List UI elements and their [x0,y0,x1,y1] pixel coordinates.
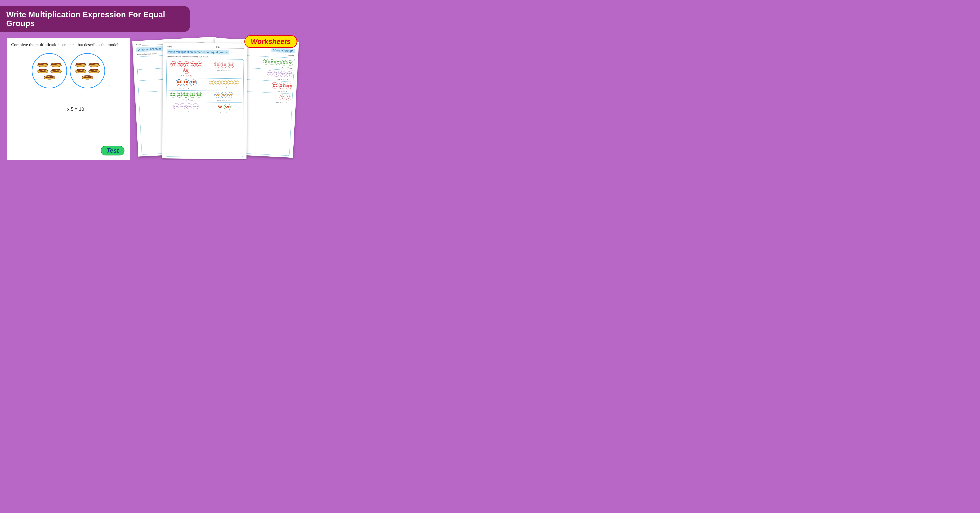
worksheets-button[interactable]: Worksheets [244,35,297,48]
hotdog-icon [50,68,62,73]
hotdog-icon [43,74,56,80]
sheet-equation: 5 x 2 = 10 [168,74,204,77]
answer-input[interactable] [53,106,65,112]
worksheet-area: Worksheets Name Write multiplication Wri… [135,38,299,160]
sheet-equation: x = [263,65,293,69]
content-area: Complete the multiplication sentence tha… [0,38,306,160]
hotdog-icon [88,68,100,73]
hotdog-icon [75,68,87,73]
sheet-equation: x = [167,98,204,101]
hotdog-icon [37,62,49,67]
instruction-text: Complete the multiplication sentence tha… [11,42,126,47]
worksheet-thumb[interactable]: Name Date Write multiplication sentence … [162,43,247,159]
hotdog-icon [37,68,49,73]
sheet-equation: x = [267,77,292,81]
page-title: Write Multiplication Expression For Equa… [0,6,190,32]
equation-text: x 5 = 10 [67,107,84,112]
test-button[interactable]: Test [101,146,124,155]
group-circle [70,53,105,88]
group-circle [32,53,67,88]
date-label: Date [216,46,220,48]
sheet-equation: x = [205,69,242,71]
name-label: Name [136,43,141,46]
sheet-equation: x = [205,99,242,101]
model-groups [11,53,126,88]
sheet-subtitle: Write multiplication sentence to describ… [167,56,244,58]
sheet-equation: x = [272,89,291,92]
equation-row: x 5 = 10 [11,106,126,112]
sheet-equation: x = [205,111,242,114]
hotdog-icon [81,74,94,80]
sheet-equation: x = [205,86,242,89]
sheet-title: Write multiplication [136,46,164,52]
sheet-equation: x = [168,87,204,89]
sheet-equation: x = [167,110,204,113]
sheet-equation: x = [276,100,291,104]
test-panel: Complete the multiplication sentence tha… [7,38,130,160]
sheet-title: Write multiplication sentence for equal … [167,49,229,54]
hotdog-icon [88,62,100,67]
name-label: Name [167,46,172,48]
hotdog-icon [50,62,62,67]
hotdog-icon [75,62,87,67]
sheet-title: or equal groups [271,48,295,53]
